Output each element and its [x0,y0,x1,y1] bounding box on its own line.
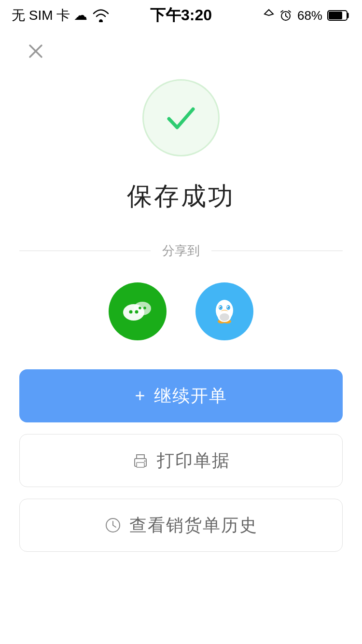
history-button[interactable]: 查看销货单历史 [19,499,343,552]
share-divider: 分享到 [19,242,343,259]
print-label: 打印单据 [157,449,230,473]
print-button[interactable]: 打印单据 [19,434,343,487]
svg-point-23 [144,461,146,462]
location-icon [264,9,274,22]
share-icons [19,282,343,340]
svg-point-6 [135,310,139,314]
alarm-icon [279,9,292,22]
svg-rect-2 [329,12,342,19]
printer-icon [132,452,149,469]
qq-icon [207,294,242,329]
svg-point-7 [139,307,141,309]
status-bar: 无 SIM 卡 ☁ 下午3:20 68% [0,0,362,31]
plus-icon: + [135,386,146,406]
no-sim-label: 无 SIM 卡 ☁ [12,6,87,25]
wifi-icon [92,9,110,22]
qq-share-button[interactable] [195,282,253,340]
svg-point-15 [228,307,229,308]
svg-point-14 [220,307,221,308]
continue-button[interactable]: + 继续开单 [19,369,343,422]
printer-svg [132,452,149,469]
main-content: 保存成功 分享到 [0,31,362,552]
actions-section: + 继续开单 打印单据 查看销货单历史 [0,369,362,552]
status-left: 无 SIM 卡 ☁ [12,6,110,25]
wechat-icon [120,294,155,329]
status-time: 下午3:20 [150,5,212,26]
status-right: 68% [264,8,350,23]
success-title: 保存成功 [127,180,235,213]
history-label: 查看销货单历史 [129,514,258,537]
close-button[interactable] [21,37,50,66]
svg-point-20 [220,313,229,321]
wechat-share-button[interactable] [109,282,167,340]
share-label: 分享到 [162,242,200,259]
close-icon [26,42,45,61]
continue-label: 继续开单 [154,384,227,408]
svg-point-8 [143,307,146,309]
success-icon-circle [142,79,220,156]
share-section: 分享到 [0,242,362,340]
clock-icon [104,517,122,534]
battery-label: 68% [297,8,322,23]
svg-rect-22 [137,462,144,467]
checkmark-icon [162,98,200,137]
clock-svg [104,517,122,534]
svg-point-5 [129,310,133,314]
battery-icon [327,9,350,22]
